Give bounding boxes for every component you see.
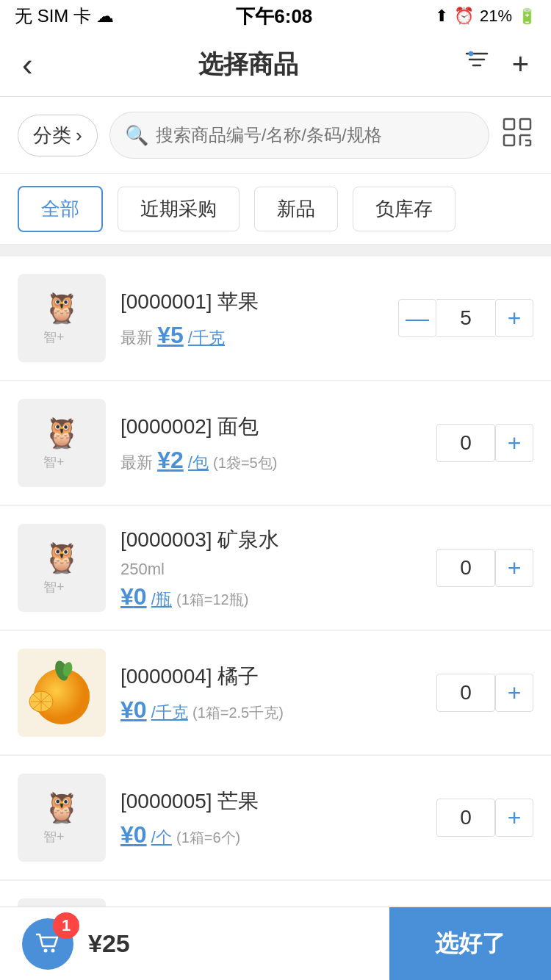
- add-button[interactable]: +: [512, 48, 529, 81]
- svg-rect-4: [504, 119, 514, 129]
- tab-row: 全部 近期采购 新品 负库存: [0, 174, 551, 245]
- filter-icon[interactable]: [464, 48, 490, 81]
- cart-area: 1 ¥25: [0, 918, 152, 970]
- bottom-bar: 1 ¥25 选好了: [0, 907, 551, 980]
- quantity-input[interactable]: [436, 299, 495, 337]
- product-thumbnail: 🦉 智+: [18, 774, 106, 862]
- list-item: 🦉 智+ [0000005] 芒果 ¥0 /个 (1箱=6个) +: [0, 756, 551, 879]
- product-name: [0000002] 面包: [120, 413, 422, 441]
- confirm-button[interactable]: 选好了: [389, 907, 551, 981]
- category-button[interactable]: 分类 ›: [18, 115, 98, 156]
- quantity-input[interactable]: [436, 799, 495, 837]
- quantity-control: +: [436, 799, 533, 837]
- product-name: [0000005] 芒果: [120, 788, 422, 815]
- status-bar: 无 SIM 卡 ☁ 下午6:08 ⬆ ⏰ 21% 🔋: [0, 0, 551, 32]
- placeholder-logo: 🦉: [43, 291, 80, 325]
- back-button[interactable]: ‹: [22, 46, 33, 83]
- quantity-input[interactable]: [436, 424, 495, 462]
- plus-button[interactable]: +: [495, 674, 533, 712]
- product-info: [0000002] 面包 最新 ¥2 /包 (1袋=5包): [120, 413, 422, 474]
- category-label: 分类: [33, 123, 71, 148]
- battery-icon: 🔋: [518, 7, 536, 25]
- page-title: 选择商品: [198, 48, 298, 82]
- quantity-input[interactable]: [436, 674, 495, 712]
- plus-button[interactable]: +: [495, 424, 533, 462]
- sim-label: 无 SIM 卡 ☁: [15, 4, 114, 28]
- tab-negative[interactable]: 负库存: [353, 187, 455, 231]
- product-spec: 250ml: [120, 560, 422, 579]
- nav-actions: +: [464, 48, 529, 81]
- search-icon: 🔍: [125, 124, 148, 147]
- list-item: 🦉 智+ [0000003] 矿泉水 250ml ¥0 /瓶 (1箱=12瓶) …: [0, 506, 551, 630]
- placeholder-logo: 🦉: [43, 790, 80, 825]
- status-time: 下午6:08: [236, 4, 312, 29]
- cart-badge: 1: [53, 912, 79, 939]
- list-item: [0000004] 橘子 ¥0 /千克 (1箱=2.5千克) +: [0, 631, 551, 754]
- svg-rect-5: [520, 119, 530, 129]
- product-name: [0000004] 橘子: [120, 663, 422, 691]
- quantity-control: +: [436, 674, 533, 712]
- product-info: [0000003] 矿泉水 250ml ¥0 /瓶 (1箱=12瓶): [120, 526, 422, 610]
- tab-all[interactable]: 全部: [18, 186, 103, 232]
- orange-image: [25, 656, 98, 729]
- product-thumbnail: [18, 649, 106, 737]
- cart-total: ¥25: [88, 929, 130, 958]
- product-price: 最新 ¥5 /千克: [120, 322, 383, 349]
- minus-button[interactable]: —: [398, 299, 436, 337]
- tab-recent[interactable]: 近期采购: [118, 187, 240, 231]
- list-item: 🦉 智+ [0000002] 面包 最新 ¥2 /包 (1袋=5包) +: [0, 381, 551, 505]
- svg-point-21: [44, 948, 48, 952]
- search-box: 🔍: [109, 112, 489, 159]
- svg-rect-6: [504, 135, 514, 145]
- placeholder-logo: 🦉: [43, 541, 80, 575]
- placeholder-logo: 🦉: [43, 416, 80, 450]
- quantity-input[interactable]: [436, 549, 495, 587]
- product-price: ¥0 /个 (1箱=6个): [120, 821, 422, 849]
- search-row: 分类 › 🔍: [0, 97, 551, 174]
- svg-point-22: [51, 948, 55, 952]
- quantity-control: — +: [398, 299, 533, 337]
- divider: [0, 245, 551, 256]
- product-name: [0000003] 矿泉水: [120, 526, 422, 554]
- product-price: ¥0 /瓶 (1箱=12瓶): [120, 583, 422, 610]
- plus-button[interactable]: +: [495, 299, 533, 337]
- product-thumbnail: 🦉 智+: [18, 274, 106, 362]
- category-chevron: ›: [76, 124, 82, 147]
- location-icon: ⬆: [435, 7, 448, 26]
- product-info: [0000001] 苹果 最新 ¥5 /千克: [120, 288, 383, 349]
- status-right: ⬆ ⏰ 21% 🔋: [435, 7, 536, 26]
- list-item: 🦉 智+ [0000001] 苹果 最新 ¥5 /千克 — +: [0, 256, 551, 380]
- product-list: 🦉 智+ [0000001] 苹果 最新 ¥5 /千克 — + 🦉 智+: [0, 256, 551, 980]
- scan-icon[interactable]: [501, 116, 533, 155]
- nav-bar: ‹ 选择商品 +: [0, 32, 551, 97]
- quantity-control: +: [436, 424, 533, 462]
- product-info: [0000004] 橘子 ¥0 /千克 (1箱=2.5千克): [120, 663, 422, 724]
- product-info: [0000005] 芒果 ¥0 /个 (1箱=6个): [120, 788, 422, 849]
- svg-point-3: [469, 51, 473, 56]
- alarm-icon: ⏰: [454, 7, 474, 26]
- battery-label: 21%: [480, 7, 512, 26]
- product-thumbnail: 🦉 智+: [18, 524, 106, 612]
- tab-new[interactable]: 新品: [254, 187, 338, 231]
- product-price: ¥0 /千克 (1箱=2.5千克): [120, 696, 422, 724]
- product-thumbnail: 🦉 智+: [18, 399, 106, 487]
- plus-button[interactable]: +: [495, 799, 533, 837]
- product-name: [0000001] 苹果: [120, 288, 383, 316]
- quantity-control: +: [436, 549, 533, 587]
- cart-icon-wrap[interactable]: 1: [22, 918, 73, 970]
- search-input[interactable]: [156, 125, 474, 145]
- product-price: 最新 ¥2 /包 (1袋=5包): [120, 447, 422, 474]
- status-left: 无 SIM 卡 ☁: [15, 4, 114, 28]
- plus-button[interactable]: +: [495, 549, 533, 587]
